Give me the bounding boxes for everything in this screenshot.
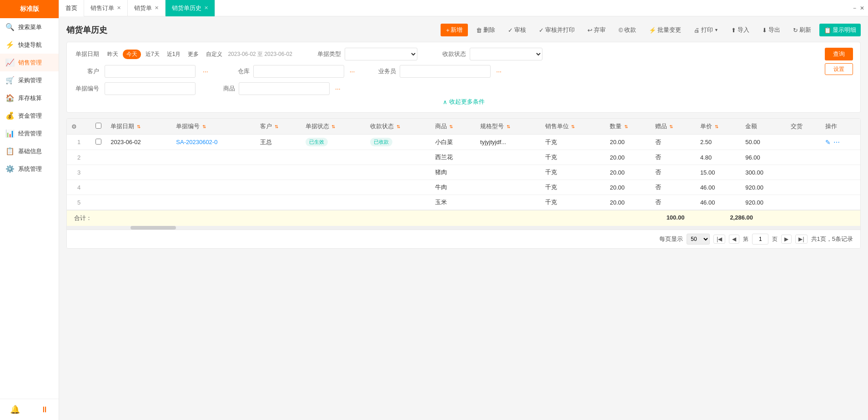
tab-sales-history[interactable]: 销货单历史 ✕ (166, 0, 215, 16)
th-unit-price[interactable]: 单价 ⇅ (696, 119, 741, 135)
customer-dots[interactable]: ··· (201, 68, 210, 75)
row-unit-price: 4.80 (696, 150, 741, 165)
sidebar-item-sales-mgmt[interactable]: 📈 销售管理 (0, 54, 59, 71)
tab-sales-history-close[interactable]: ✕ (204, 5, 208, 11)
refresh-icon: ↻ (793, 27, 798, 34)
goods-input[interactable] (239, 82, 330, 95)
page-num-input[interactable] (752, 234, 768, 245)
row-checkbox-cell[interactable] (91, 180, 106, 195)
salesperson-dots[interactable]: ··· (494, 68, 503, 75)
row-amount: 96.00 (741, 150, 786, 165)
horizontal-scrollbar[interactable] (67, 226, 860, 230)
notification-icon[interactable]: 🔔 (8, 403, 22, 416)
export-button[interactable]: ⬇ 导出 (758, 24, 785, 36)
date-tag-more[interactable]: 更多 (185, 50, 201, 59)
date-tag-today[interactable]: 今天 (123, 50, 141, 59)
sidebar-item-sys-mgmt[interactable]: ⚙️ 系统管理 (0, 160, 59, 178)
pause-icon[interactable]: ⏸ (39, 403, 50, 416)
th-goods[interactable]: 商品 ⇅ (431, 119, 476, 135)
row-amount: 920.00 (741, 195, 786, 210)
th-doc-num[interactable]: 单据编号 ⇅ (171, 119, 256, 135)
row-checkbox-cell[interactable] (91, 135, 106, 150)
sort-sales-unit-icon: ⇅ (571, 124, 575, 129)
warehouse-dots[interactable]: ··· (348, 68, 357, 75)
sidebar-item-inventory[interactable]: 🏠 库存核算 (0, 89, 59, 107)
sidebar-item-label: 快捷导航 (18, 41, 42, 49)
th-transaction: 交货 (786, 119, 821, 135)
collect-button[interactable]: © 收款 (614, 24, 641, 36)
tab-sales-order-close[interactable]: ✕ (117, 5, 121, 11)
th-customer[interactable]: 客户 ⇅ (256, 119, 301, 135)
payment-status-select[interactable] (470, 48, 542, 60)
th-payment-status[interactable]: 收款状态 ⇅ (366, 119, 431, 135)
customer-input[interactable] (105, 65, 196, 78)
setting-button[interactable]: 设置 (825, 63, 853, 75)
th-spec[interactable]: 规格型号 ⇅ (476, 119, 541, 135)
row-doc-num[interactable]: SA-20230602-0 (171, 135, 256, 150)
doc-type-select[interactable] (345, 48, 417, 60)
import-button[interactable]: ⬆ 导入 (727, 24, 754, 36)
row-doc-status (301, 165, 366, 180)
per-page-select[interactable]: 50 100 200 (687, 234, 710, 245)
row-checkbox[interactable] (95, 139, 101, 145)
doc-num-input[interactable] (105, 82, 196, 95)
tab-home[interactable]: 首页 (59, 0, 84, 16)
query-button[interactable]: 查询 (825, 48, 853, 60)
th-checkbox[interactable] (91, 119, 106, 135)
refresh-button[interactable]: ↻ 刷新 (788, 24, 816, 36)
th-sales-unit[interactable]: 销售单位 ⇅ (541, 119, 606, 135)
row-checkbox-cell[interactable] (91, 150, 106, 165)
last-page-btn[interactable]: ▶| (795, 235, 807, 244)
show-detail-button[interactable]: 📋 显示明细 (819, 24, 861, 36)
more-icon[interactable]: ⋯ (833, 139, 840, 146)
scroll-thumb[interactable] (130, 226, 176, 230)
th-settings[interactable]: ⚙ (67, 119, 91, 135)
th-doc-date[interactable]: 单据日期 ⇅ (106, 119, 171, 135)
table-settings-icon[interactable]: ⚙ (71, 123, 77, 130)
goods-dots[interactable]: ··· (333, 85, 342, 92)
tab-sales-delivery-close[interactable]: ✕ (155, 5, 159, 11)
sidebar-item-basic-info[interactable]: 📋 基础信息 (0, 142, 59, 160)
row-customer (256, 195, 301, 210)
abandon-button[interactable]: ↩ 弃审 (583, 24, 610, 36)
tabs-close-icon[interactable]: ✕ (860, 5, 864, 11)
tabs-more-icon[interactable]: − (853, 5, 856, 11)
audit-button[interactable]: ✓ 审核 (503, 24, 531, 36)
sort-goods-icon: ⇅ (449, 124, 453, 129)
doc-num-link[interactable]: SA-20230602-0 (176, 139, 217, 145)
print-button[interactable]: 🖨 打印 ▼ (689, 24, 723, 36)
delete-button[interactable]: 🗑 删除 (472, 24, 500, 36)
purchase-mgmt-icon: 🛒 (5, 76, 15, 85)
sort-unit-price-icon: ⇅ (715, 124, 718, 129)
first-page-btn[interactable]: |◀ (713, 235, 725, 244)
date-tag-yesterday[interactable]: 昨天 (105, 50, 121, 59)
th-doc-status[interactable]: 单据状态 ⇅ (301, 119, 366, 135)
audit-print-button[interactable]: ✓ 审核并打印 (534, 24, 579, 36)
show-detail-icon: 📋 (824, 27, 831, 34)
date-tag-7days[interactable]: 近7天 (143, 50, 162, 59)
th-quantity[interactable]: 数量 ⇅ (605, 119, 650, 135)
warehouse-input[interactable] (253, 65, 344, 78)
sidebar-item-search-menu[interactable]: 🔍 搜索菜单 (0, 18, 59, 36)
row-num: 3 (67, 165, 91, 180)
prev-page-btn[interactable]: ◀ (729, 235, 739, 244)
search-menu-icon: 🔍 (5, 23, 15, 31)
th-gift[interactable]: 赠品 ⇅ (651, 119, 696, 135)
sidebar-item-ops-mgmt[interactable]: 📊 经营管理 (0, 125, 59, 142)
collapse-btn[interactable]: ∧ 收起更多条件 (74, 95, 853, 107)
sidebar-item-finance-mgmt[interactable]: 💰 资金管理 (0, 107, 59, 125)
batch-change-button[interactable]: ⚡ 批量变更 (644, 24, 686, 36)
salesperson-input[interactable] (400, 65, 491, 78)
next-page-btn[interactable]: ▶ (781, 235, 792, 244)
date-tag-custom[interactable]: 自定义 (203, 50, 225, 59)
date-tag-1month[interactable]: 近1月 (164, 50, 184, 59)
select-all-checkbox[interactable] (95, 123, 101, 129)
sidebar-item-quick-nav[interactable]: ⚡ 快捷导航 (0, 36, 59, 54)
add-button[interactable]: + 新增 (441, 24, 468, 36)
row-checkbox-cell[interactable] (91, 165, 106, 180)
tab-sales-delivery[interactable]: 销货单 ✕ (128, 0, 166, 16)
row-checkbox-cell[interactable] (91, 195, 106, 210)
sidebar-item-purchase-mgmt[interactable]: 🛒 采购管理 (0, 71, 59, 89)
edit-icon[interactable]: ✎ (825, 139, 831, 146)
tab-sales-order[interactable]: 销售订单 ✕ (84, 0, 128, 16)
